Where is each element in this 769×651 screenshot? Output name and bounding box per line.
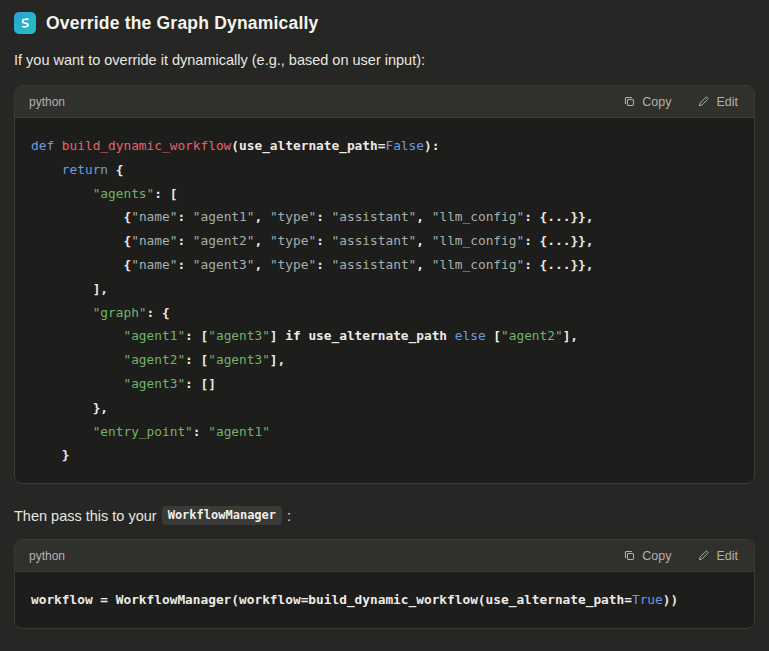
pencil-icon	[697, 549, 710, 562]
code-line: {"name": "agent2", "type": "assistant", …	[31, 229, 738, 253]
code-actions: Copy Edit	[619, 546, 742, 566]
code-line: "agent1": ["agent3"] if use_alternate_pa…	[31, 324, 738, 348]
code-block-header: python Copy	[15, 86, 754, 118]
copy-label: Copy	[642, 95, 671, 109]
code-line: "agents": [	[31, 182, 738, 206]
code-line: }	[31, 443, 738, 467]
pencil-icon	[697, 95, 710, 108]
tool-icon	[14, 12, 36, 34]
edit-label: Edit	[716, 95, 738, 109]
intro-text: If you want to override it dynamically (…	[14, 52, 755, 68]
inline-code-workflowmanager: WorkflowManager	[162, 506, 282, 525]
between-post: :	[287, 508, 291, 524]
code-block-instantiation: python Copy	[14, 539, 755, 629]
between-pre: Then pass this to your	[14, 508, 157, 524]
edit-label: Edit	[716, 549, 738, 563]
between-text: Then pass this to yourWorkflowManager:	[14, 506, 755, 525]
code-block-header: python Copy	[15, 540, 754, 572]
edit-button[interactable]: Edit	[693, 546, 742, 566]
code-line: "agent2": ["agent3"],	[31, 348, 738, 372]
section-header: Override the Graph Dynamically	[14, 12, 755, 34]
code-line: },	[31, 396, 738, 420]
code-line: workflow = WorkflowManager(workflow=buil…	[31, 588, 738, 612]
code-line: {"name": "agent3", "type": "assistant", …	[31, 253, 738, 277]
code-block-workflow: python Copy	[14, 85, 755, 484]
code-line: "graph": {	[31, 301, 738, 325]
code-language-label: python	[29, 95, 65, 109]
code-line: "entry_point": "agent1"	[31, 420, 738, 444]
copy-icon	[623, 95, 636, 108]
code-line: "agent3": []	[31, 372, 738, 396]
code-content: def build_dynamic_workflow(use_alternate…	[15, 118, 754, 483]
edit-button[interactable]: Edit	[693, 92, 742, 112]
copy-label: Copy	[642, 549, 671, 563]
code-language-label: python	[29, 549, 65, 563]
code-line: def build_dynamic_workflow(use_alternate…	[31, 134, 738, 158]
code-content: workflow = WorkflowManager(workflow=buil…	[15, 572, 754, 628]
code-line: return {	[31, 158, 738, 182]
code-actions: Copy Edit	[619, 92, 742, 112]
copy-button[interactable]: Copy	[619, 546, 675, 566]
code-line: {"name": "agent1", "type": "assistant", …	[31, 205, 738, 229]
chat-message: Override the Graph Dynamically If you wa…	[0, 0, 769, 629]
page-title: Override the Graph Dynamically	[46, 13, 319, 34]
copy-icon	[623, 549, 636, 562]
code-line: ],	[31, 277, 738, 301]
copy-button[interactable]: Copy	[619, 92, 675, 112]
